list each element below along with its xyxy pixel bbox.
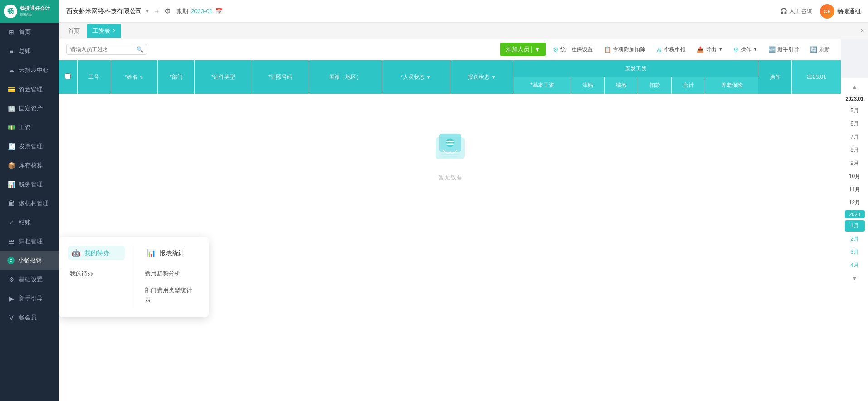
period-value: 2023-01: [191, 8, 213, 14]
sidebar-item-invoice[interactable]: 🧾 发票管理: [0, 137, 59, 156]
person-status-filter-icon[interactable]: ▼: [426, 75, 431, 80]
timeline-month-9[interactable]: 9月: [845, 158, 865, 169]
timeline-down-arrow[interactable]: ▼: [849, 273, 860, 284]
topbar-right: 🎧 人工咨询 CE 畅捷通组: [780, 4, 861, 19]
user-avatar: CE: [820, 4, 834, 19]
settle-icon: ✓: [7, 219, 15, 226]
tax-icon: 📊: [7, 181, 15, 188]
toolbar-right: 添加人员 ▼ ⚙ 统一社保设置 📋 专项附加扣除 🖨 个税申报: [500, 43, 834, 56]
timeline-month-2[interactable]: 2月: [845, 233, 865, 245]
popup-item-my-pending[interactable]: 我的待办: [68, 266, 125, 282]
timeline-panel: ▲ 2023.01 5月 6月 7月 8月 9月 10月 11月 12月 202…: [841, 78, 868, 401]
popup-menu: 🤖 我的待办 我的待办 📊 报表统计: [59, 237, 209, 317]
calendar-icon[interactable]: 📅: [215, 8, 223, 14]
salary-icon: 💵: [7, 124, 15, 131]
sidebar-item-vip[interactable]: V 畅会员: [0, 308, 59, 327]
social-insurance-action[interactable]: ⚙ 统一社保设置: [549, 44, 596, 55]
timeline-month-5[interactable]: 5月: [845, 105, 865, 116]
name-header: *姓名 ⇅: [111, 60, 157, 94]
popup-divider: [134, 246, 134, 308]
tax-report-action[interactable]: 🖨 个税申报: [653, 44, 689, 55]
sidebar-item-fund[interactable]: 💳 资金管理: [0, 80, 59, 99]
main-content: 西安虾米网络科技有限公司 ▼ + ⚙ 账期 2023-01 📅 🎧 人工咨询 C…: [59, 0, 868, 401]
report-status-filter-icon[interactable]: ▼: [491, 75, 496, 80]
basic-icon: ⚙: [7, 276, 15, 283]
service-button[interactable]: 🎧 人工咨询: [780, 7, 813, 15]
sidebar-item-ledger[interactable]: ≡ 总账: [0, 42, 59, 61]
sidebar-item-archive[interactable]: 🗃 归档管理: [0, 232, 59, 251]
svg-rect-6: [443, 156, 457, 157]
add-person-button[interactable]: 添加人员 ▼: [500, 43, 546, 56]
sidebar-nav: ⊞ 首页 ≡ 总账 ☁ 云报表中心 💳 资金管理 🏢 固定资产 💵 工资 🧾 发…: [0, 23, 59, 401]
sidebar-item-xiao-chang[interactable]: G 小畅报销: [0, 251, 59, 270]
topbar-icons: + ⚙: [155, 7, 171, 15]
cloud-icon: ☁: [7, 67, 15, 74]
sidebar-item-guide[interactable]: ▶ 新手引导: [0, 289, 59, 308]
id-type-header: *证件类型: [195, 60, 252, 94]
sidebar-item-home[interactable]: ⊞ 首页: [0, 23, 59, 42]
user-info[interactable]: CE 畅捷通组: [820, 4, 861, 19]
salary-group-header: 应发工资: [514, 60, 758, 77]
sidebar-item-multi-org[interactable]: 🏛 多机构管理: [0, 194, 59, 213]
name-sort-icon[interactable]: ⇅: [140, 75, 143, 80]
timeline-month-11[interactable]: 11月: [845, 184, 865, 195]
special-deduction-action[interactable]: 📋 专项附加扣除: [600, 44, 649, 55]
add-company-icon[interactable]: +: [155, 7, 159, 15]
new-guide-action[interactable]: 🆕 新手引导: [765, 44, 803, 55]
sidebar-item-cloud-report[interactable]: ☁ 云报表中心: [0, 61, 59, 80]
timeline-year-label: 2023.01: [846, 94, 864, 103]
accounting-period: 账期 2023-01 📅: [176, 7, 223, 15]
guide-icon: ▶: [7, 295, 15, 302]
headset-icon: 🎧: [780, 8, 787, 14]
popup-item-dept-expense[interactable]: 部门费用类型统计表: [143, 282, 200, 309]
search-input[interactable]: [70, 46, 134, 53]
inventory-icon: 📦: [7, 162, 15, 169]
sidebar-item-inventory[interactable]: 📦 库存核算: [0, 156, 59, 175]
sidebar-item-fixed-asset[interactable]: 🏢 固定资产: [0, 99, 59, 118]
base-salary-header: *基本工资: [514, 77, 571, 94]
user-name: 畅捷通组: [837, 7, 861, 15]
sidebar-item-basic[interactable]: ⚙ 基础设置: [0, 270, 59, 289]
popup-item-expense-trend[interactable]: 费用趋势分析: [143, 266, 200, 282]
refresh-action[interactable]: 🔄 刷新: [806, 44, 834, 55]
search-icon: 🔍: [136, 46, 143, 53]
timeline-month-6[interactable]: 6月: [845, 118, 865, 130]
app-logo: 畅 畅捷通好会计 旗舰版: [0, 0, 59, 23]
empty-text: 暂无数据: [438, 174, 462, 182]
operate-action[interactable]: ⚙ 操作 ▼: [730, 44, 761, 55]
timeline-month-7[interactable]: 7月: [845, 131, 865, 143]
company-name-text: 西安虾米网络科技有限公司: [66, 7, 142, 15]
company-dropdown-icon: ▼: [145, 9, 150, 14]
logo-text: 畅捷通好会计 旗舰版: [20, 5, 50, 17]
social-insurance-icon: ⚙: [553, 46, 558, 53]
popup-col2-title[interactable]: 📊 报表统计: [143, 246, 200, 260]
tab-salary-table[interactable]: 工资表 ×: [87, 24, 121, 38]
pension-header: 养老保险: [705, 77, 758, 94]
timeline-month-12[interactable]: 12月: [845, 197, 865, 208]
timeline-month-4[interactable]: 4月: [845, 260, 865, 271]
timeline-month-3[interactable]: 3月: [845, 246, 865, 258]
panel-close-button[interactable]: ×: [860, 27, 864, 35]
empty-state: 暂无数据: [59, 94, 841, 218]
svg-rect-5: [441, 154, 459, 155]
total-header: 合计: [672, 77, 705, 94]
tab-home[interactable]: 首页: [63, 24, 85, 38]
sidebar-item-settle[interactable]: ✓ 结账: [0, 213, 59, 232]
company-selector[interactable]: 西安虾米网络科技有限公司 ▼: [66, 7, 150, 15]
timeline-month-8[interactable]: 8月: [845, 145, 865, 156]
archive-icon: 🗃: [7, 238, 15, 245]
popup-col1-title[interactable]: 🤖 我的待办: [68, 246, 125, 260]
add-person-dropdown-icon[interactable]: ▼: [531, 46, 540, 53]
timeline-up-arrow[interactable]: ▲: [849, 82, 860, 92]
timeline-month-10[interactable]: 10月: [845, 171, 865, 182]
select-all-checkbox[interactable]: [65, 73, 71, 79]
sidebar-item-tax[interactable]: 📊 税务管理: [0, 175, 59, 194]
export-action[interactable]: 📤 导出 ▼: [693, 44, 726, 55]
multi-org-icon: 🏛: [7, 200, 15, 207]
tab-close-icon[interactable]: ×: [113, 28, 116, 33]
svg-rect-4: [446, 144, 454, 145]
sidebar-item-salary[interactable]: 💵 工资: [0, 118, 59, 137]
timeline-month-1[interactable]: 1月: [845, 220, 865, 232]
vip-icon: V: [7, 314, 15, 321]
settings-icon[interactable]: ⚙: [165, 7, 171, 15]
